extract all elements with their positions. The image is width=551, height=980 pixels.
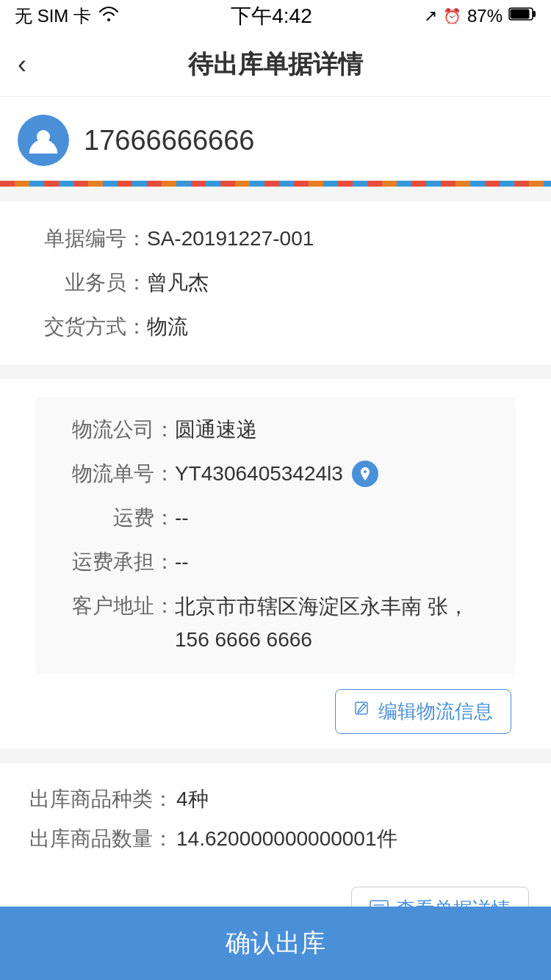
location-icon: ↗ (424, 7, 437, 26)
order-number-label: 单据编号： (29, 223, 147, 254)
logistics-section: 物流公司： 圆通速递 物流单号： YT43064053424l3 运费： -- (0, 379, 551, 749)
address-row: 客户地址： 北京市市辖区海淀区永丰南 张，156 6666 6666 (57, 591, 494, 657)
freight-row: 运费： -- (57, 502, 494, 533)
freight-bearer-value: -- (175, 547, 494, 577)
order-number-row: 单据编号： SA-20191227-001 (29, 223, 522, 254)
edit-logistics-label: 编辑物流信息 (378, 699, 493, 724)
goods-quantity-value: 14.620000000000001件 (176, 825, 397, 853)
delivery-method-row: 交货方式： 物流 (29, 311, 522, 342)
carrier-label: 无 SIM 卡 (15, 4, 91, 28)
logistics-card: 物流公司： 圆通速递 物流单号： YT43064053424l3 运费： -- (35, 397, 516, 674)
dashed-divider (0, 181, 551, 187)
back-button[interactable]: ‹ (18, 49, 26, 80)
sales-person-value: 曾凡杰 (147, 267, 522, 298)
address-label: 客户地址： (57, 591, 175, 621)
svg-rect-2 (511, 10, 530, 19)
logistics-company-value: 圆通速递 (175, 414, 494, 445)
freight-bearer-row: 运费承担： -- (57, 547, 494, 577)
order-number-value: SA-20191227-001 (147, 223, 522, 254)
freight-value: -- (175, 502, 494, 533)
status-left: 无 SIM 卡 (15, 4, 119, 28)
logistics-company-label: 物流公司： (57, 414, 175, 445)
tracking-label: 物流单号： (57, 458, 175, 489)
goods-type-label: 出库商品种类： (29, 785, 176, 813)
clock-icon: ⏰ (443, 7, 461, 25)
status-right: ↗ ⏰ 87% (424, 6, 536, 26)
customer-header: 17666666666 (0, 97, 551, 181)
edit-logistics-area: 编辑物流信息 (18, 674, 533, 749)
avatar (18, 115, 69, 166)
battery-icon (508, 6, 536, 26)
goods-quantity-label: 出库商品数量： (29, 825, 176, 853)
delivery-method-label: 交货方式： (29, 311, 147, 342)
goods-summary-card: 出库商品种类： 4种 出库商品数量： 14.620000000000001件 (0, 763, 551, 875)
sales-person-row: 业务员： 曾凡杰 (29, 267, 522, 298)
edit-icon (353, 700, 371, 723)
delivery-method-value: 物流 (147, 311, 522, 342)
wifi-icon (98, 6, 119, 26)
time-label: 下午4:42 (231, 2, 312, 30)
logistics-company-row: 物流公司： 圆通速递 (57, 414, 494, 445)
goods-type-value: 4种 (176, 785, 209, 813)
order-info-card: 单据编号： SA-20191227-001 业务员： 曾凡杰 交货方式： 物流 (0, 201, 551, 364)
customer-phone: 17666666666 (84, 125, 254, 156)
address-value: 北京市市辖区海淀区永丰南 张，156 6666 6666 (175, 591, 494, 657)
tracking-value: YT43064053424l3 (175, 458, 494, 489)
status-bar: 无 SIM 卡 下午4:42 ↗ ⏰ 87% (0, 0, 551, 32)
confirm-button-label: 确认出库 (226, 926, 325, 960)
location-pin-icon[interactable] (352, 461, 378, 487)
freight-bearer-label: 运费承担： (57, 547, 175, 577)
nav-bar: ‹ 待出库单据详情 (0, 32, 551, 97)
tracking-number-row: 物流单号： YT43064053424l3 (57, 458, 494, 489)
freight-label: 运费： (57, 502, 175, 533)
goods-quantity-row: 出库商品数量： 14.620000000000001件 (29, 825, 522, 853)
confirm-bar[interactable]: 确认出库 (0, 907, 551, 980)
goods-type-row: 出库商品种类： 4种 (29, 785, 522, 813)
page-title: 待出库单据详情 (188, 48, 363, 82)
sales-person-label: 业务员： (29, 267, 147, 298)
edit-logistics-button[interactable]: 编辑物流信息 (335, 689, 511, 734)
battery-label: 87% (467, 6, 503, 26)
svg-rect-1 (533, 11, 536, 17)
